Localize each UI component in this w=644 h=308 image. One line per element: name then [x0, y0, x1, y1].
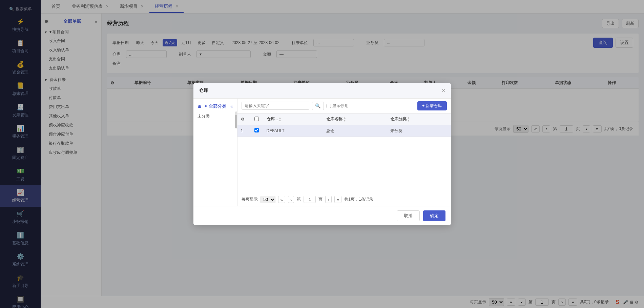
code-sort[interactable]: 仓库... ▲▼ — [267, 116, 320, 122]
modal-body: ⊞ ✦ 全部分类 « 未分类 🔍 — [193, 99, 451, 206]
modal-data-table: ⚙ 仓库... ▲▼ 仓库名称 — [237, 114, 451, 137]
modal-th-checkbox — [251, 114, 263, 125]
modal-th-code[interactable]: 仓库... ▲▼ — [263, 114, 323, 125]
modal-th-category[interactable]: 仓库分类 ▲▼ — [387, 114, 451, 125]
scroll-indicator — [235, 111, 237, 121]
modal-th-settings: ⚙ — [237, 114, 251, 125]
modal-first-page-btn[interactable]: « — [278, 196, 285, 203]
confirm-button[interactable]: 确定 — [423, 210, 445, 221]
modal-right-panel: 🔍 显示停用 + 新增仓库 ⚙ — [237, 99, 451, 206]
modal-page-input[interactable] — [304, 196, 316, 203]
show-disabled-text: 显示停用 — [332, 103, 349, 109]
show-disabled-checkbox[interactable] — [327, 104, 331, 108]
modal-per-page-select[interactable]: 50 — [261, 196, 275, 203]
modal-left-panel: ⊞ ✦ 全部分类 « 未分类 — [193, 99, 237, 206]
name-sort[interactable]: 仓库名称 ▲▼ — [326, 116, 383, 122]
modal-per-page-label: 每页显示 — [242, 197, 258, 202]
modal-table-header-row: ⚙ 仓库... ▲▼ 仓库名称 — [237, 114, 451, 125]
grid-small-icon: ⊞ — [198, 104, 201, 109]
modal-all-category-label: ✦ 全部分类 — [204, 103, 227, 109]
modal-row-settings: 1 — [237, 125, 251, 137]
add-warehouse-button[interactable]: + 新增仓库 — [417, 101, 446, 110]
modal-left-scroll: 未分类 — [193, 111, 237, 121]
modal-title: 仓库 — [199, 87, 208, 94]
modal-prev-page-btn[interactable]: ‹ — [288, 196, 294, 203]
modal-page-suffix: 页 — [318, 197, 323, 202]
modal-table-row[interactable]: 1 DEFAULT 总仓 未分类 — [237, 125, 451, 137]
modal-search-input[interactable] — [242, 102, 309, 110]
modal-close-button[interactable]: × — [442, 87, 445, 94]
modal-table-area: ⚙ 仓库... ▲▼ 仓库名称 — [237, 114, 451, 193]
modal-last-page-btn[interactable]: » — [334, 196, 341, 203]
modal-row-checkbox[interactable] — [251, 125, 263, 137]
modal-toolbar: 🔍 显示停用 + 新增仓库 — [237, 99, 451, 114]
category-header-label: 仓库分类 — [390, 116, 407, 122]
modal-overlay[interactable]: 仓库 × ⊞ ✦ 全部分类 « 未分类 — [0, 0, 644, 308]
show-disabled-label[interactable]: 显示停用 — [327, 103, 349, 109]
modal-row-name: 总仓 — [323, 125, 387, 137]
modal-search-button[interactable]: 🔍 — [312, 102, 324, 110]
scroll-thumb — [235, 115, 237, 128]
modal-row-category: 未分类 — [387, 125, 451, 137]
modal-select-all-checkbox[interactable] — [254, 117, 259, 121]
modal-footer: 取消 确定 — [193, 206, 451, 225]
name-sort-arrows: ▲▼ — [343, 116, 346, 122]
modal-pagination: 每页显示 50 « ‹ 第 页 › » 共1页，1条记录 — [237, 193, 451, 206]
code-sort-arrows: ▲▼ — [279, 116, 282, 122]
modal-row-code: DEFAULT — [263, 125, 323, 137]
code-header-label: 仓库... — [267, 116, 278, 122]
category-sort-arrows: ▲▼ — [407, 116, 410, 122]
category-sort[interactable]: 仓库分类 ▲▼ — [390, 116, 448, 122]
modal-page-label: 第 — [297, 197, 301, 202]
modal-left-collapse-btn[interactable]: « — [230, 104, 233, 109]
modal-left-all-label[interactable]: ⊞ ✦ 全部分类 « — [193, 101, 237, 111]
warehouse-modal: 仓库 × ⊞ ✦ 全部分类 « 未分类 — [193, 83, 451, 225]
modal-header: 仓库 × — [193, 83, 451, 99]
cancel-button[interactable]: 取消 — [397, 210, 420, 221]
modal-total-label: 共1页，1条记录 — [344, 197, 373, 202]
name-header-label: 仓库名称 — [326, 116, 342, 122]
modal-row-select-checkbox[interactable] — [254, 128, 259, 132]
modal-next-page-btn[interactable]: › — [325, 196, 331, 203]
modal-left-item-uncategorized[interactable]: 未分类 — [193, 111, 237, 121]
modal-th-name[interactable]: 仓库名称 ▲▼ — [323, 114, 387, 125]
